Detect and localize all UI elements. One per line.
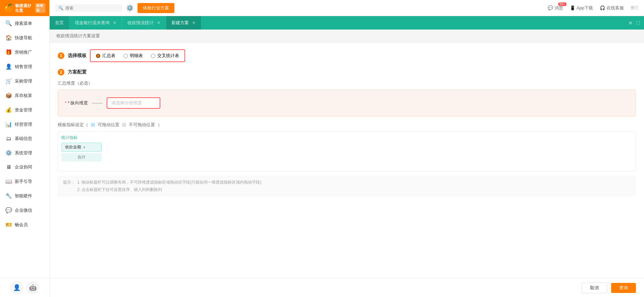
industry-button[interactable]: 体验行业方案 (138, 3, 174, 13)
sidebar-label-enterprise: 企业协同 (15, 164, 32, 170)
close-window-icon[interactable]: ✕ (628, 20, 633, 26)
sidebar-item-marketing[interactable]: 🎁营销推广 (0, 45, 49, 59)
tip-line-1: 提示： 1. 拖动标题栏可以调整布局，不可跨维度或指标区域拖动目字段(只能在同一… (63, 179, 631, 186)
tip-text-1: 1. 拖动标题栏可以调整布局，不可跨维度或指标区域拖动目字段(只能在同一维度或指… (77, 179, 261, 186)
sidebar-icon-member: 🎫 (5, 221, 12, 228)
sidebar-item-operation[interactable]: 📊经营管理 (0, 117, 49, 132)
radio-summary-input[interactable] (96, 54, 100, 58)
radio-summary[interactable]: 汇总表 (96, 53, 115, 59)
step1-section: 1 选择模板 汇总表 明细表 交叉统计表 (58, 49, 636, 62)
sidebar-avatar-2[interactable]: 🤖 (26, 281, 40, 294)
sidebar-item-finance[interactable]: 💰资金管理 (0, 103, 49, 117)
sidebar-item-purchase[interactable]: 🛒采购管理 (0, 74, 49, 88)
dim-arrow: —— (92, 100, 103, 106)
sidebar-label-member: 畅会员 (15, 222, 28, 228)
metric-subtag-total: 合计 (61, 153, 102, 161)
sidebar-label-marketing: 营销推广 (15, 49, 32, 55)
sidebar-item-inventory[interactable]: 📦库存核算 (0, 88, 49, 103)
radio-detail-input[interactable] (123, 54, 128, 58)
logo-text: 畅捷通好生意 (15, 3, 34, 13)
sidebar-icon-search-menu: 🔍 (5, 20, 12, 27)
radio-detail[interactable]: 明细表 (123, 53, 143, 59)
dimension-select[interactable]: 请选择分组维度 (107, 97, 160, 109)
sidebar-logo: 🍊 畅捷通好生意 标准版 (0, 0, 49, 16)
page-title-bar: 收款情况统计方案设置 (50, 30, 644, 43)
sidebar-item-basic[interactable]: 🗂基础信息 (0, 132, 49, 146)
cancel-button[interactable]: 取消 (582, 283, 607, 293)
sidebar-avatar-1[interactable]: 👤 (10, 281, 23, 294)
sidebar-icon-quick-nav: 🏠 (5, 35, 12, 41)
search-box[interactable]: 🔍 (55, 4, 122, 12)
gear-icon[interactable]: ⚙️ (126, 4, 133, 12)
template-select-row: 汇总表 明细表 交叉统计表 (90, 49, 185, 62)
nodrag-legend-dot (122, 123, 126, 127)
sidebar-item-enterprise[interactable]: 🖥企业协同 (0, 160, 49, 174)
tab-home[interactable]: 首页 (50, 16, 69, 30)
sidebar-item-newbie[interactable]: 📖新手引导 (0, 174, 49, 189)
sidebar-label-inventory: 库存核算 (15, 93, 32, 99)
radio-cross[interactable]: 交叉统计表 (151, 53, 179, 59)
topbar: 🔍 ⚙️ 体验行业方案 💬 消息 99+ 📱 App下载 🎧 在线客服 张三 (50, 0, 644, 16)
sidebar-bottom: 👤 🤖 (0, 278, 49, 297)
notification-button[interactable]: 💬 消息 99+ (548, 5, 563, 11)
page-title: 收款情况统计方案设置 (56, 33, 100, 38)
radio-cross-input[interactable] (151, 54, 155, 58)
sidebar-icon-enterprise: 🖥 (5, 164, 12, 170)
tip-line-2: 提示： 2. 点击标题栏下拉可设置排序、插入列和删除列 (63, 186, 631, 194)
sidebar-item-hardware[interactable]: 🔧智能硬件 (0, 189, 49, 203)
dim-row-label: * * 纵向维度 (65, 100, 88, 106)
step1-title: 选择模板 (68, 53, 87, 59)
tab-label-cashflow: 现金银行流水查询 (75, 20, 110, 26)
tab-close-collection[interactable]: ✕ (157, 20, 160, 25)
tab-close-new-plan[interactable]: ✕ (192, 20, 196, 25)
sidebar-icon-purchase: 🛒 (5, 78, 12, 84)
search-icon: 🔍 (58, 6, 63, 10)
download-link[interactable]: 📱 App下载 (570, 5, 593, 11)
notification-label: 消息 (554, 5, 563, 10)
sidebar-item-member[interactable]: 🎫畅会员 (0, 217, 49, 232)
sidebar-item-system[interactable]: ⚙️系统管理 (0, 146, 49, 160)
search-input[interactable] (65, 6, 112, 10)
step2-section: 2 方案配置 汇总维度（必选） * * 纵向维度 —— 请选择分组维度 (58, 69, 636, 197)
sidebar-item-weixin[interactable]: 💬企业微信 (0, 203, 49, 217)
sidebar: 🍊 畅捷通好生意 标准版 🔍搜索菜单🏠快捷导航🎁营销推广👤销售管理🛒采购管理📦库… (0, 0, 50, 297)
sidebar-label-newbie: 新手引导 (15, 179, 32, 185)
sidebar-label-purchase: 采购管理 (15, 78, 32, 84)
step1-badge: 1 (58, 52, 64, 59)
sidebar-item-search-menu[interactable]: 🔍搜索菜单 (0, 16, 49, 31)
maximize-window-icon[interactable]: □ (637, 20, 640, 26)
query-button[interactable]: 查询 (611, 283, 636, 293)
step2-header: 2 方案配置 (58, 69, 636, 76)
sidebar-label-weixin: 企业微信 (15, 207, 32, 213)
download-icon: 📱 (570, 5, 575, 10)
radio-cross-label: 交叉统计表 (157, 53, 179, 59)
sidebar-item-sales[interactable]: 👤销售管理 (0, 59, 49, 74)
tab-close-cashflow[interactable]: ✕ (113, 20, 116, 25)
service-link[interactable]: 🎧 在线客服 (600, 5, 624, 11)
metric-tag-revenue[interactable]: 收款金额 ▾ (61, 143, 102, 152)
tip-prefix-1: 提示： (63, 179, 75, 186)
metrics-label-prefix: 模板指标设定（ (58, 122, 88, 128)
sidebar-icon-weixin: 💬 (5, 207, 12, 213)
sidebar-icon-finance: 💰 (5, 107, 12, 113)
sidebar-icon-sales: 👤 (5, 63, 12, 70)
metrics-header: 模板指标设定（ 可拖动位置 不可拖动位置 ） (58, 122, 636, 128)
tabs-actions: ✕ □ (624, 16, 644, 30)
metric-dropdown-icon: ▾ (83, 145, 85, 150)
sidebar-label-sales: 销售管理 (15, 64, 32, 70)
sidebar-item-quick-nav[interactable]: 🏠快捷导航 (0, 31, 49, 45)
user-name: 张三 (631, 5, 639, 11)
tabs-bar: 首页现金银行流水查询✕收款情况统计✕新建方案✕ ✕ □ (50, 16, 644, 30)
topbar-right: 💬 消息 99+ 📱 App下载 🎧 在线客服 张三 (548, 5, 639, 11)
dim-row: * * 纵向维度 —— 请选择分组维度 (65, 97, 629, 109)
logo-badge: 标准版 (35, 3, 45, 13)
step2-title: 方案配置 (68, 69, 87, 75)
form-container: 1 选择模板 汇总表 明细表 交叉统计表 (50, 43, 644, 278)
tab-collection[interactable]: 收款情况统计✕ (122, 16, 166, 30)
step2-badge: 2 (58, 69, 64, 76)
service-icon: 🎧 (600, 5, 605, 10)
tab-new-plan[interactable]: 新建方案✕ (166, 16, 201, 30)
tips-area: 提示： 1. 拖动标题栏可以调整布局，不可跨维度或指标区域拖动目字段(只能在同一… (58, 176, 636, 197)
tip-text-2: 2. 点击标题栏下拉可设置排序、插入列和删除列 (77, 186, 162, 194)
tab-cashflow[interactable]: 现金银行流水查询✕ (69, 16, 122, 30)
